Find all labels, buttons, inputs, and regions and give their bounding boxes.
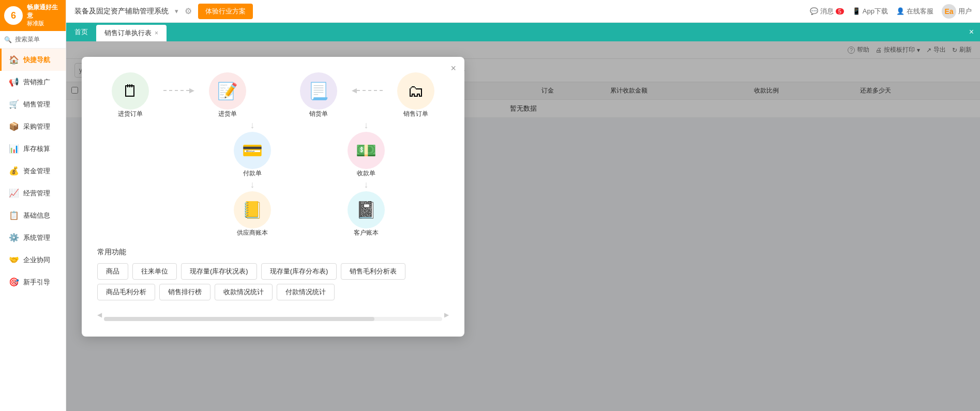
marketing-icon: 📢 (9, 77, 19, 87)
common-btn-sales-profit[interactable]: 销售毛利分析表 (341, 263, 405, 280)
scroll-right-btn[interactable]: ▶ (444, 311, 449, 318)
receipt-node[interactable]: 💵 (348, 132, 385, 169)
purchase-bill-label: 进货单 (218, 110, 237, 118)
supplier-ledger-label: 供应商账本 (237, 229, 268, 237)
app-download-btn[interactable]: 📱 App下载 (852, 7, 888, 16)
sidebar-item-basic[interactable]: 📋 基础信息 (0, 204, 66, 226)
common-btn-goods-profit[interactable]: 商品毛利分析 (97, 284, 155, 300)
sales-bill-label: 销货单 (309, 110, 328, 118)
topbar-dropdown-arrow[interactable]: ▾ (175, 7, 178, 15)
common-title: 常用功能 (97, 248, 449, 257)
common-btn-partners[interactable]: 往来单位 (132, 263, 177, 280)
common-btn-payment-stats[interactable]: 付款情况统计 (277, 284, 335, 300)
inventory-icon: 📊 (9, 144, 19, 154)
sidebar-logo: 6 畅康通好生意 标准版 (0, 0, 66, 31)
basic-icon: 📋 (9, 210, 19, 220)
sidebar-item-operation[interactable]: 📈 经营管理 (0, 182, 66, 204)
content-area: ? 帮助 🖨 按模板打印 ▾ ↗ 导出 ↻ 刷新 (66, 41, 980, 411)
scroll-left-btn[interactable]: ◀ (97, 311, 102, 318)
common-btn-goods[interactable]: 商品 (97, 263, 128, 280)
quick-icon: 🏠 (9, 55, 19, 65)
popup: × 🗒 进货订单 (82, 57, 464, 337)
sidebar-search[interactable]: 🔍 搜索菜单 (0, 31, 66, 49)
topbar: 装备及固定资产辅助管理系统 ▾ ⚙ 体验行业方案 💬 消息 5 📱 App下载 … (66, 0, 980, 23)
sales-icon: 🛒 (9, 99, 19, 109)
search-label: 搜索菜单 (15, 35, 40, 44)
sidebar-item-label: 新手引导 (23, 278, 50, 287)
sidebar-item-label: 营销推广 (23, 78, 50, 87)
app-icon: 📱 (852, 7, 861, 15)
tab-close-icon[interactable]: × (155, 29, 158, 37)
tab-home-label: 首页 (74, 27, 88, 37)
tab-sales-order-label: 销售订单执行表 (104, 28, 152, 38)
common-btn-stock-dist[interactable]: 现存量(库存分布表) (261, 263, 337, 280)
purchase-icon: 📦 (9, 121, 19, 131)
common-btn-receipt-stats[interactable]: 收款情况统计 (215, 284, 273, 300)
sidebar-item-sales[interactable]: 🛒 销售管理 (0, 93, 66, 115)
main-content: 装备及固定资产辅助管理系统 ▾ ⚙ 体验行业方案 💬 消息 5 📱 App下载 … (66, 0, 980, 411)
tab-bar-close-icon[interactable]: × (969, 27, 974, 37)
scrollbar-thumb (104, 317, 374, 321)
sidebar-item-label: 基础信息 (23, 211, 50, 220)
logo-icon: 6 (4, 6, 23, 25)
sidebar-item-label: 企业协同 (23, 255, 50, 265)
sidebar-item-collab[interactable]: 🤝 企业协同 (0, 249, 66, 271)
tab-sales-order[interactable]: 销售订单执行表 × (96, 25, 167, 41)
receipt-label: 收款单 (357, 169, 375, 178)
purchase-bill-node[interactable]: 📝 (209, 72, 246, 110)
avatar: Ea (942, 4, 956, 19)
sidebar-item-label: 系统管理 (23, 233, 50, 242)
sidebar: 6 畅康通好生意 标准版 🔍 搜索菜单 🏠 快捷导航 📢 营销推广 🛒 销售管理 (0, 0, 66, 411)
message-btn[interactable]: 💬 消息 5 (810, 7, 844, 16)
sidebar-item-inventory[interactable]: 📊 库存核算 (0, 138, 66, 160)
popup-overlay: × 🗒 进货订单 (66, 41, 980, 411)
sidebar-item-finance[interactable]: 💰 资金管理 (0, 160, 66, 182)
sidebar-item-marketing[interactable]: 📢 营销推广 (0, 71, 66, 93)
service-icon: 👤 (896, 7, 904, 15)
collab-icon: 🤝 (9, 255, 19, 265)
sidebar-item-label: 销售管理 (23, 100, 50, 109)
sales-bill-node[interactable]: 📃 (300, 72, 337, 110)
common-btn-stock-status[interactable]: 现存量(库存状况表) (181, 263, 257, 280)
logo-sub: 标准版 (27, 20, 62, 27)
common-btn-sales-rank[interactable]: 销售排行榜 (159, 284, 210, 300)
purchase-order-label: 进货订单 (118, 110, 143, 118)
popup-close-btn[interactable]: × (450, 63, 456, 74)
newbie-icon: 🎯 (9, 277, 19, 287)
sidebar-item-label: 采购管理 (23, 122, 50, 131)
online-service-label: 在线客服 (907, 7, 933, 16)
popup-scrollbar[interactable] (104, 317, 442, 321)
search-icon: 🔍 (4, 36, 12, 43)
online-service-btn[interactable]: 👤 在线客服 (896, 7, 933, 16)
tab-home[interactable]: 首页 (66, 23, 96, 41)
sidebar-nav: 🏠 快捷导航 📢 营销推广 🛒 销售管理 📦 采购管理 📊 库存核算 💰 (0, 49, 66, 411)
operation-icon: 📈 (9, 188, 19, 198)
customer-ledger-node[interactable]: 📓 (348, 191, 385, 229)
logo-name: 畅康通好生意 (27, 4, 62, 20)
sales-order-label: 销售订单 (403, 110, 428, 118)
topbar-right: 💬 消息 5 📱 App下载 👤 在线客服 Ea 用户 (810, 4, 972, 19)
sidebar-item-system[interactable]: ⚙️ 系统管理 (0, 226, 66, 249)
gear-icon[interactable]: ⚙ (185, 6, 192, 16)
sidebar-item-label: 资金管理 (23, 166, 50, 176)
system-icon: ⚙️ (9, 233, 19, 242)
sales-order-node[interactable]: 🗂 (397, 72, 434, 110)
user-area[interactable]: Ea 用户 (942, 4, 972, 19)
supplier-ledger-node[interactable]: 📒 (234, 191, 271, 229)
sidebar-item-quick[interactable]: 🏠 快捷导航 (0, 49, 66, 71)
sidebar-item-newbie[interactable]: 🎯 新手引导 (0, 271, 66, 293)
app-download-label: App下载 (863, 7, 888, 16)
tab-bar: 首页 销售订单执行表 × × (66, 23, 980, 41)
sidebar-item-label: 库存核算 (23, 144, 50, 154)
message-badge: 5 (836, 8, 844, 14)
purchase-order-node[interactable]: 🗒 (112, 72, 149, 110)
message-label: 消息 (820, 7, 834, 16)
sidebar-item-label: 经营管理 (23, 189, 50, 198)
payment-label: 付款单 (243, 169, 262, 178)
experience-btn[interactable]: 体验行业方案 (198, 4, 253, 19)
finance-icon: 💰 (9, 166, 19, 176)
message-icon: 💬 (810, 7, 818, 15)
sidebar-item-label: 快捷导航 (23, 55, 50, 65)
payment-node[interactable]: 💳 (234, 132, 271, 169)
sidebar-item-purchase[interactable]: 📦 采购管理 (0, 115, 66, 138)
